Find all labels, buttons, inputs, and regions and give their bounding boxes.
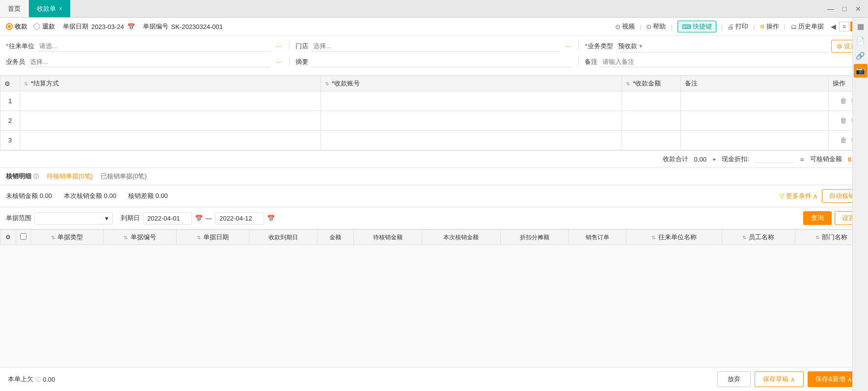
range-select[interactable]: ▾ [34,212,113,224]
sidebar-doc-icon[interactable]: 📄 [854,34,868,48]
select-all-checkbox[interactable] [20,233,27,240]
row-2-settlement[interactable] [20,111,321,131]
save-draft-button[interactable]: 保存草稿 ∧ [755,371,804,387]
range-chevron: ▾ [105,215,108,222]
operation-label: 操作 [766,22,779,31]
form-row-2: 业务员 ··· 摘要 备注 [6,56,862,67]
tab-receipt[interactable]: 收款单 × [29,0,70,17]
discount-input[interactable] [755,155,794,163]
minimize-btn[interactable]: — [826,4,836,14]
row-3-account[interactable] [321,131,622,150]
row-2-account[interactable] [321,111,622,131]
row-2-amount[interactable] [622,111,681,131]
date-filter: 到期日 📅 — 📅 [121,212,275,224]
discard-button[interactable]: 放弃 [717,371,751,387]
print-icon: 🖨 [728,23,734,30]
sidebar-link-icon[interactable]: 🔗 [854,49,868,63]
verify-info-icon[interactable]: ⓘ [33,173,39,180]
radio-refund-label: 退款 [42,22,55,31]
col-amount: ⇅ *收款金额 [622,76,681,91]
business-type-label: *业务类型 [585,42,613,51]
unverified-stat: 未核销金额 0.00 [6,192,52,200]
row-3-delete[interactable]: 🗑 [840,136,847,144]
maximize-btn[interactable]: □ [840,4,849,14]
row-2-delete[interactable]: 🗑 [840,116,847,124]
unverified-value: 0.00 [40,192,52,199]
row-3-amount[interactable] [622,131,681,150]
counterparty-label: *往来单位 [6,42,34,51]
verify-title: 核销明细 ⓘ [6,172,39,181]
col-gear[interactable]: ⚙ [0,76,20,91]
bot-col-gear[interactable]: ⚙ [0,230,16,245]
history-action[interactable]: 🗂 历史单据 [790,22,824,31]
note-field: 备注 [585,56,862,67]
more-conditions-label: 更多条件 [786,192,812,200]
counterparty-input[interactable] [37,41,271,52]
shortcut-icon: ⌨ [682,23,691,30]
sidebar-camera-icon[interactable]: 📷 [854,64,868,78]
row-1-delete[interactable]: 🗑 [840,97,847,105]
help-icon: ⊙ [646,23,651,30]
help-label: 帮助 [653,22,666,31]
salesperson-label: 业务员 [6,57,25,66]
shortcut-action[interactable]: ⌨ 快捷键 [678,21,716,32]
video-action[interactable]: ⊙ 视频 [615,22,635,31]
row-3-note[interactable] [681,131,829,150]
date-to-input[interactable] [215,212,264,224]
main-content: 收款 退款 单据日期 2023-03-24 📅 单据编号 SK-20230324… [0,18,868,391]
row-1-amount[interactable] [622,91,681,111]
salesperson-more[interactable]: ··· [273,58,283,66]
form-row-1: *往来单位 ··· 门店 ··· *业务类型 预收款 ▾ [6,40,862,53]
print-label: 打印 [735,22,748,31]
counterparty-more[interactable]: ··· [273,42,283,50]
toolbar: 收款 退款 单据日期 2023-03-24 📅 单据编号 SK-20230324… [0,18,868,36]
view-list[interactable]: ≡ [839,22,849,31]
equals-sign: = [800,156,804,163]
settings-icon: ⚙ [837,43,842,50]
summary-input[interactable] [311,56,573,67]
business-type-select[interactable]: 预收款 ▾ [616,40,828,53]
sidebar-table-icon[interactable]: ▦ [854,20,868,33]
plus-sign: + [712,156,716,163]
row-1-note[interactable] [681,91,829,111]
verify-filters: 单据范围 ▾ 到期日 📅 — 📅 查询 设置 [0,207,868,229]
summary-field: 摘要 [296,56,573,67]
close-btn[interactable]: ✕ [853,4,863,14]
radio-refund[interactable]: 退款 [33,22,55,31]
radio-receipt[interactable]: 收款 [6,22,27,31]
business-type-field: *业务类型 预收款 ▾ ⚙ 设置 [585,40,862,53]
date-from-input[interactable] [143,212,192,224]
toolbar-actions: ⊙ 视频 | ⊙ 帮助 | ⌨ 快捷键 | 🖨 打印 | ⚙ 操作 [615,21,862,32]
col-account: ⇅ *收款账号 [321,76,622,91]
note-input[interactable] [600,56,862,67]
chevron-down-icon: ▾ [639,42,643,50]
more-conditions-btn[interactable]: ▽ 更多条件 ∧ [780,192,818,200]
row-1-settlement[interactable] [20,91,321,111]
total-label: 收款合计 [663,155,688,164]
tab-home[interactable]: 首页 [0,0,29,17]
filter-icon: ▽ [780,193,785,200]
radio-receipt-dot [6,23,13,30]
print-action[interactable]: 🖨 打印 [728,22,748,31]
help-action[interactable]: ⊙ 帮助 [646,22,666,31]
nav-prev[interactable]: ◀ [829,22,838,31]
receipt-type-group: 收款 退款 [6,22,55,31]
bot-col-sales-order: 销售订单 [569,230,626,245]
tab-pending[interactable]: 待核销单据(0笔) [47,172,93,181]
store-more[interactable]: ··· [563,42,573,50]
store-input[interactable] [311,41,560,52]
save-new-chevron: ∧ [847,376,852,383]
cal-from-icon[interactable]: 📅 [195,215,203,222]
row-1-account[interactable] [321,91,622,111]
date-calendar-icon[interactable]: 📅 [127,23,135,30]
doc-number-label: 单据编号 [143,22,168,31]
tab-close-btn[interactable]: × [59,5,62,12]
balance-info-icon[interactable]: ⓘ [35,376,41,383]
salesperson-input[interactable] [28,56,271,67]
cal-to-icon[interactable]: 📅 [267,215,275,222]
tab-done[interactable]: 已核销单据(0笔) [101,172,147,181]
operation-action[interactable]: ⚙ 操作 [760,22,779,31]
row-2-note[interactable] [681,111,829,131]
query-btn[interactable]: 查询 [803,211,832,225]
row-3-settlement[interactable] [20,131,321,150]
